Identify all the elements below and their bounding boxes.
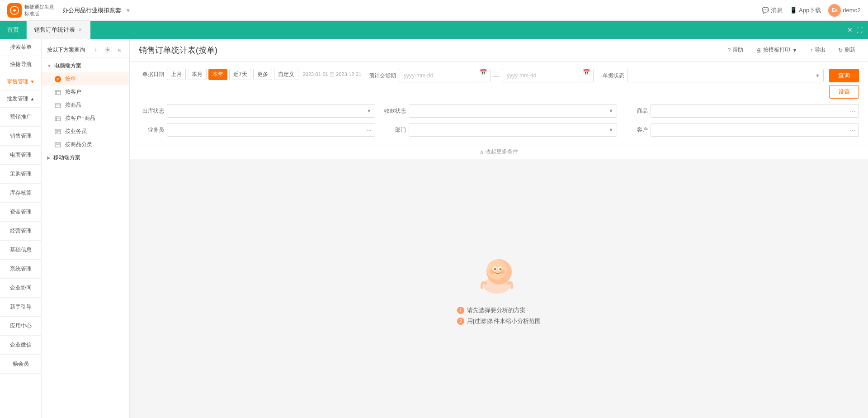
sidebar-item-wholesale[interactable]: 批发管理 ▲ xyxy=(0,90,41,108)
help-button[interactable]: ? 帮助 xyxy=(724,44,747,56)
sidebar-item-member[interactable]: 畅会员 xyxy=(0,355,41,374)
customer-input[interactable] xyxy=(651,123,859,137)
goods-input[interactable] xyxy=(651,104,859,118)
date-range-text: 2023-01-01 至 2023-12-31 xyxy=(303,71,362,78)
scheme-by-category[interactable]: 按商品分类 xyxy=(42,138,129,151)
sidebar-item-purchase[interactable]: 采购管理 xyxy=(0,165,41,184)
settings-scheme-button[interactable] xyxy=(103,45,112,54)
tab-bar: 首页 销售订单统计表 × ✕ ⛶ xyxy=(0,21,868,39)
download-icon: 📱 xyxy=(790,7,797,14)
tab-close-button[interactable]: × xyxy=(78,26,83,34)
date-separator: — xyxy=(493,72,499,79)
hint-num-2: 2 xyxy=(457,318,464,325)
customer-more-icon[interactable]: ··· xyxy=(850,126,855,133)
tab-sales-stats[interactable]: 销售订单统计表 × xyxy=(27,21,90,39)
payment-input[interactable] xyxy=(409,104,617,118)
salesperson-label: 业务员 xyxy=(139,126,164,134)
empty-hints: 1 请先选择要分析的方案 2 用[过滤]条件来缩小分析范围 xyxy=(457,306,541,328)
pc-scheme-group: ▼ 电脑端方案 按单 按客户 xyxy=(42,59,129,151)
message-button[interactable]: 💬 消息 xyxy=(762,6,783,14)
filter-area: 单据日期 上月 本月 本年 近7天 更多 自定义 2023-01-01 至 20… xyxy=(130,62,868,144)
scheme-by-cust-prod[interactable]: 按客户+商品 xyxy=(42,112,129,125)
refresh-button[interactable]: ↻ 刷新 xyxy=(835,44,859,56)
settings-button[interactable]: 设置 xyxy=(829,85,859,99)
right-panel: 销售订单统计表(按单) ? 帮助 🖨 按模板打印 ▼ ↑ 导出 xyxy=(130,39,868,418)
help-icon: ? xyxy=(727,47,731,53)
sidebar-item-quick-nav[interactable]: 快捷导航 xyxy=(0,56,41,73)
date-btn-last-month[interactable]: 上月 xyxy=(167,69,186,80)
expected-date-start[interactable] xyxy=(399,69,491,82)
print-button[interactable]: 🖨 按模板打印 ▼ xyxy=(752,44,801,56)
scheme-icon-cust-prod xyxy=(54,115,61,122)
sidebar: 搜索菜单 快捷导航 零售管理 ▼ 批发管理 ▲ 营销推广 销售管理 电商管理 采… xyxy=(0,39,42,418)
scheme-by-product[interactable]: 按商品 xyxy=(42,99,129,112)
sidebar-collapse-icon: ▲ xyxy=(30,96,35,101)
svg-rect-2 xyxy=(55,90,61,95)
collapse-bar[interactable]: ∧ 收起更多条件 xyxy=(130,144,868,159)
sidebar-item-wechat[interactable]: 企业微信 xyxy=(0,336,41,355)
mobile-scheme-group: ▶ 移动端方案 xyxy=(42,151,129,164)
app-download-button[interactable]: 📱 App下载 xyxy=(790,6,821,14)
page-header: 销售订单统计表(按单) ? 帮助 🖨 按模板打印 ▼ ↑ 导出 xyxy=(130,39,868,62)
sidebar-item-newguide[interactable]: 新手引导 xyxy=(0,298,41,317)
mobile-group-header[interactable]: ▶ 移动端方案 xyxy=(42,151,129,164)
sidebar-item-operation[interactable]: 经营管理 xyxy=(0,222,41,241)
goods-more-icon[interactable]: ··· xyxy=(850,107,855,114)
sidebar-item-inventory[interactable]: 库存核算 xyxy=(0,184,41,203)
sidebar-item-system[interactable]: 系统管理 xyxy=(0,260,41,279)
scheme-panel: 按以下方案查询 + « ▼ 电脑端方案 xyxy=(42,39,130,418)
empty-hint-1: 1 请先选择要分析的方案 xyxy=(457,306,541,314)
dropdown-arrow-icon[interactable]: ▼ xyxy=(126,8,131,13)
sidebar-item-sales[interactable]: 销售管理 xyxy=(0,127,41,146)
sidebar-item-finance[interactable]: 资金管理 xyxy=(0,203,41,222)
salesperson-input[interactable] xyxy=(167,123,375,137)
window-close-button[interactable]: ✕ xyxy=(847,26,853,33)
sidebar-item-basic[interactable]: 基础信息 xyxy=(0,241,41,260)
tab-home[interactable]: 首页 xyxy=(0,21,27,39)
svg-point-19 xyxy=(487,260,507,280)
pc-group-header[interactable]: ▼ 电脑端方案 xyxy=(42,59,129,72)
scheme-icon-salesperson xyxy=(54,128,61,135)
svg-point-22 xyxy=(494,268,496,271)
content-area: 按以下方案查询 + « ▼ 电脑端方案 xyxy=(42,39,868,418)
sidebar-item-search-menu[interactable]: 搜索菜单 xyxy=(0,39,41,56)
add-scheme-button[interactable]: + xyxy=(91,45,100,54)
scheme-by-customer[interactable]: 按客户 xyxy=(42,86,129,99)
svg-rect-7 xyxy=(55,117,61,121)
scheme-by-salesperson[interactable]: 按业务员 xyxy=(42,125,129,138)
main-layout: 搜索菜单 快捷导航 零售管理 ▼ 批发管理 ▲ 营销推广 销售管理 电商管理 采… xyxy=(0,39,868,418)
date-btn-7days[interactable]: 近7天 xyxy=(229,69,251,80)
window-expand-button[interactable]: ⛶ xyxy=(856,26,863,33)
logo-text: 畅捷通好生意 标准版 xyxy=(24,4,54,17)
panel-title: 按以下方案查询 xyxy=(47,46,89,54)
logo-icon xyxy=(7,3,22,18)
scheme-label-customer: 按客户 xyxy=(65,88,81,96)
nav-left: 畅捷通好生意 标准版 办公用品行业模拟账套 ▼ xyxy=(7,3,131,18)
scheme-label-cust-prod: 按客户+商品 xyxy=(65,114,95,122)
collapse-up-icon: ∧ xyxy=(480,149,484,155)
query-button[interactable]: 查询 xyxy=(829,69,859,82)
expected-date-end[interactable] xyxy=(502,69,594,82)
scheme-by-order[interactable]: 按单 xyxy=(42,72,129,86)
user-menu[interactable]: Ea demo2 xyxy=(828,4,861,17)
svg-point-25 xyxy=(500,270,505,274)
date-btn-this-year[interactable]: 本年 xyxy=(208,69,227,80)
department-input[interactable] xyxy=(409,123,617,137)
avatar: Ea xyxy=(828,4,841,17)
print-dropdown-icon: ▼ xyxy=(792,47,797,53)
date-btn-more[interactable]: 更多 xyxy=(253,69,272,80)
sidebar-item-cooperation[interactable]: 企业协同 xyxy=(0,279,41,298)
sidebar-expand-icon: ▼ xyxy=(30,79,35,84)
sidebar-item-appcenter[interactable]: 应用中心 xyxy=(0,317,41,336)
sidebar-item-ecommerce[interactable]: 电商管理 xyxy=(0,146,41,165)
export-button[interactable]: ↑ 导出 xyxy=(807,44,829,56)
dispatch-input[interactable] xyxy=(167,104,375,118)
date-btn-custom[interactable]: 自定义 xyxy=(274,69,298,80)
collapse-panel-button[interactable]: « xyxy=(115,45,124,54)
status-input[interactable] xyxy=(627,69,824,82)
date-btn-this-month[interactable]: 本月 xyxy=(188,69,207,80)
sidebar-item-retail[interactable]: 零售管理 ▼ xyxy=(0,73,41,90)
mobile-group-expand-icon: ▶ xyxy=(47,155,51,160)
salesperson-more-icon[interactable]: ··· xyxy=(366,126,372,133)
sidebar-item-marketing[interactable]: 营销推广 xyxy=(0,108,41,127)
